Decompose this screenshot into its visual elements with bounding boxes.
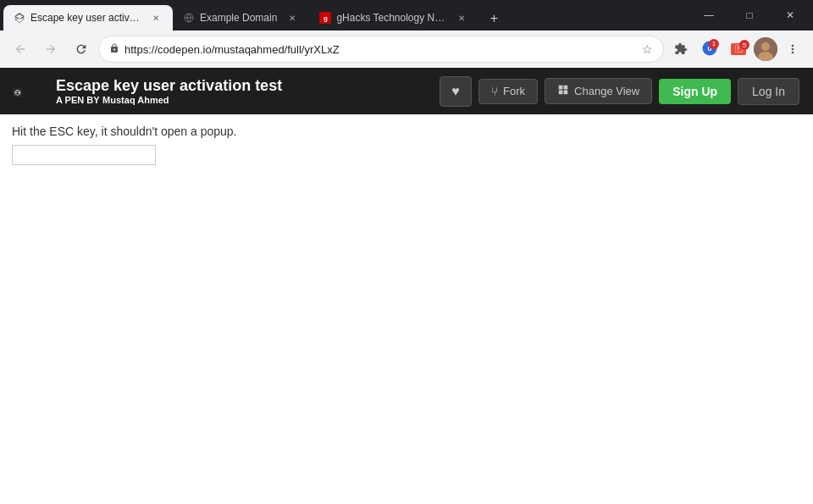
- codepen-logo[interactable]: [14, 76, 44, 107]
- pen-author: A PEN BY Mustaq Ahmed: [56, 95, 428, 105]
- tab-ghacks[interactable]: g gHacks Technology News ✕: [309, 5, 478, 30]
- url-text: https://codepen.io/mustaqahmed/full/yrXL…: [124, 43, 637, 56]
- extensions-button[interactable]: [667, 36, 694, 63]
- tab-escape-close[interactable]: ✕: [149, 11, 163, 25]
- author-name[interactable]: Mustaq Ahmed: [102, 95, 169, 105]
- svg-point-4: [761, 42, 770, 51]
- upvote-badge: 1: [709, 39, 719, 49]
- fork-button[interactable]: ⑂ Fork: [478, 79, 538, 104]
- author-prefix: A PEN BY: [56, 95, 100, 105]
- content-input[interactable]: [12, 145, 156, 165]
- pen-info: Escape key user activation test A PEN BY…: [56, 77, 428, 105]
- profile-badge: U 1: [696, 36, 723, 63]
- back-button[interactable]: [7, 36, 34, 63]
- flag-count-badge: 5: [739, 40, 749, 50]
- title-bar: Escape key user activation test ✕ Exampl…: [0, 0, 813, 30]
- tab-example-label: Example Domain: [200, 12, 277, 24]
- url-bar[interactable]: https://codepen.io/mustaqahmed/full/yrXL…: [98, 36, 664, 63]
- tab-example[interactable]: Example Domain ✕: [173, 5, 309, 30]
- tab-escape-label: Escape key user activation test: [30, 12, 141, 24]
- tab-ghacks-close[interactable]: ✕: [455, 11, 468, 25]
- tab-escape[interactable]: Escape key user activation test ✕: [3, 5, 173, 30]
- reload-button[interactable]: [68, 36, 95, 63]
- more-options-button[interactable]: [779, 36, 806, 63]
- tab-example-close[interactable]: ✕: [285, 11, 299, 25]
- tab-ghacks-label: gHacks Technology News: [336, 12, 446, 24]
- change-view-label: Change View: [574, 85, 639, 97]
- user-avatar[interactable]: [754, 37, 777, 61]
- change-view-button[interactable]: Change View: [545, 78, 652, 104]
- forward-button[interactable]: [37, 36, 64, 63]
- pen-title: Escape key user activation test: [56, 77, 428, 95]
- example-favicon: [183, 12, 195, 24]
- bookmark-icon[interactable]: ☆: [642, 42, 653, 56]
- signup-button[interactable]: Sign Up: [659, 79, 731, 104]
- new-tab-button[interactable]: +: [482, 7, 506, 30]
- login-button[interactable]: Log In: [738, 78, 799, 105]
- codepen-header: Escape key user activation test A PEN BY…: [0, 68, 813, 114]
- address-bar: https://codepen.io/mustaqahmed/full/yrXL…: [0, 30, 813, 68]
- heart-button[interactable]: ♥: [440, 76, 472, 107]
- fork-icon: ⑂: [491, 85, 498, 98]
- flag-badge: 🇫 5: [725, 36, 752, 63]
- codepen-favicon: [14, 12, 25, 24]
- minimize-button[interactable]: —: [689, 0, 728, 30]
- change-view-icon: [557, 84, 569, 98]
- lock-icon: [109, 43, 119, 56]
- close-button[interactable]: ✕: [771, 0, 810, 30]
- window-controls: — □ ✕: [689, 0, 810, 30]
- tabs-area: Escape key user activation test ✕ Exampl…: [3, 0, 689, 30]
- header-actions: ♥ ⑂ Fork Change View Sign Up Log In: [440, 76, 799, 107]
- content-description: Hit the ESC key, it shouldn't open a pop…: [12, 125, 801, 138]
- toolbar-right: U 1 🇫 5: [667, 36, 806, 63]
- fork-label: Fork: [503, 85, 525, 97]
- content-area: Hit the ESC key, it shouldn't open a pop…: [0, 114, 813, 175]
- ghacks-favicon: g: [319, 12, 331, 24]
- maximize-button[interactable]: □: [730, 0, 769, 30]
